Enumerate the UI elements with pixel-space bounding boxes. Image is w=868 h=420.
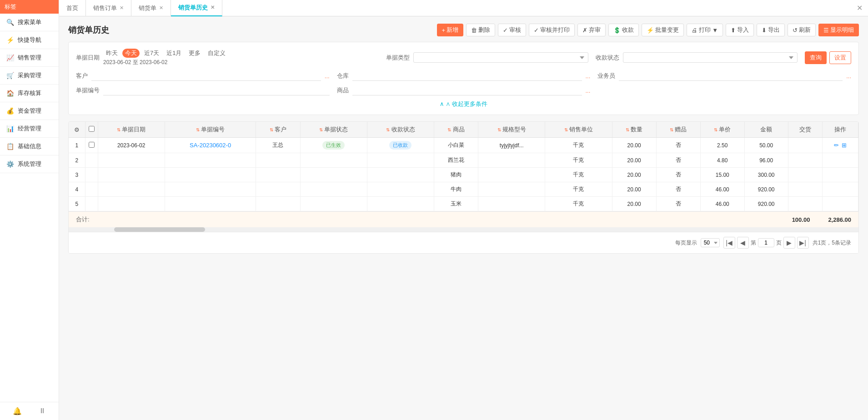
chip-1month[interactable]: 近1月 xyxy=(164,49,184,58)
collect-button[interactable]: 💲 收款 xyxy=(608,24,639,36)
col-unit: ⇅ 销售单位 xyxy=(545,122,612,138)
collect-status-sort-icon[interactable]: ⇅ xyxy=(386,127,390,132)
col-doc-no: ⇅ 单据编号 xyxy=(165,122,256,138)
customer-ellipsis[interactable]: ... xyxy=(325,73,330,80)
delete-button[interactable]: 🗑 删除 xyxy=(466,24,495,36)
unit-price-sort-icon[interactable]: ⇅ xyxy=(714,127,717,132)
row2-doc-date xyxy=(98,153,165,168)
goods-ellipsis[interactable]: ... xyxy=(586,87,591,94)
tab-sales-history[interactable]: 销货单历史 ✕ xyxy=(171,0,222,16)
tab-sales-order-close[interactable]: ✕ xyxy=(120,5,124,11)
tab-sales-goods-label: 销货单 xyxy=(139,4,156,12)
row1-doc-no[interactable]: SA-20230602-0 xyxy=(165,138,256,153)
row5-check[interactable] xyxy=(85,197,98,211)
doc-no-input[interactable] xyxy=(103,85,330,95)
sidebar-item-search-menu[interactable]: 🔍 搜索菜单 xyxy=(0,14,59,31)
row4-customer xyxy=(256,182,300,197)
unit-sort-icon[interactable]: ⇅ xyxy=(564,127,568,132)
abandon-button[interactable]: ✗ 弃审 xyxy=(577,24,606,36)
customer-input[interactable] xyxy=(91,71,321,81)
tab-home[interactable]: 首页 xyxy=(59,0,86,16)
row2-gift: 否 xyxy=(656,153,700,168)
row3-doc-no xyxy=(165,168,256,182)
goods-sort-icon[interactable]: ⇅ xyxy=(447,127,451,132)
row1-checkbox[interactable] xyxy=(89,142,95,148)
doc-date-sort-icon[interactable]: ⇅ xyxy=(117,127,120,132)
sidebar-item-purchase-mgmt[interactable]: 🛒 采购管理 xyxy=(0,67,59,85)
col-check[interactable] xyxy=(85,122,98,138)
row3-check[interactable] xyxy=(85,168,98,182)
row4-goods: 牛肉 xyxy=(434,182,478,197)
sidebar-item-finance[interactable]: 💰 资金管理 xyxy=(0,102,59,120)
main-area: 首页 销售订单 ✕ 销货单 ✕ 销货单历史 ✕ ✕ 销货单历史 + 新增 xyxy=(59,0,868,420)
sidebar-item-sys-admin[interactable]: ⚙️ 系统管理 xyxy=(0,155,59,173)
tab-sales-order[interactable]: 销售订单 ✕ xyxy=(86,0,131,16)
horizontal-scrollbar[interactable] xyxy=(69,227,858,232)
sidebar-item-inventory[interactable]: 🏠 库存核算 xyxy=(0,85,59,102)
show-detail-button[interactable]: ☰ 显示明细 xyxy=(818,24,859,36)
row1-check[interactable] xyxy=(85,138,98,153)
customer-sort-icon[interactable]: ⇅ xyxy=(270,127,273,132)
collect-status-select[interactable] xyxy=(623,52,798,63)
settings-button[interactable]: 设置 xyxy=(829,51,851,64)
tab-bar-close[interactable]: ✕ xyxy=(851,4,868,12)
row1-copy-icon[interactable]: ⊞ xyxy=(842,142,847,149)
collapse-btn[interactable]: ∧ ∧ 收起更多条件 xyxy=(76,100,851,108)
query-button[interactable]: 查询 xyxy=(805,51,827,64)
salesperson-ellipsis[interactable]: ... xyxy=(846,73,851,80)
refresh-button[interactable]: ↺ 刷新 xyxy=(788,24,816,36)
salesperson-input[interactable] xyxy=(619,71,843,81)
print-button[interactable]: 🖨 打印 ▼ xyxy=(687,24,723,36)
tab-sales-history-close[interactable]: ✕ xyxy=(211,5,215,10)
col-gear[interactable]: ⚙ xyxy=(69,122,85,138)
sidebar-item-quick-nav[interactable]: ⚡ 快捷导航 xyxy=(0,31,59,49)
page-header: 销货单历史 + 新增 🗑 删除 ✓ 审核 ✓ 审核并打印 xyxy=(68,24,859,36)
qty-sort-icon[interactable]: ⇅ xyxy=(626,127,629,132)
warehouse-ellipsis[interactable]: ... xyxy=(586,73,591,80)
doc-status-sort-icon[interactable]: ⇅ xyxy=(319,127,323,132)
next-page-btn[interactable]: ▶ xyxy=(783,237,795,249)
sidebar-item-sales-mgmt[interactable]: 📈 销售管理 xyxy=(0,49,59,67)
review-button[interactable]: ✓ 审核 xyxy=(498,24,526,36)
sidebar-item-operations[interactable]: 📊 经营管理 xyxy=(0,120,59,138)
import-button[interactable]: ⬆ 导入 xyxy=(726,24,754,36)
chip-yesterday[interactable]: 昨天 xyxy=(103,49,120,58)
row1-edit-icon[interactable]: ✏ xyxy=(834,142,839,149)
sidebar-item-basic-info[interactable]: 📋 基础信息 xyxy=(0,138,59,155)
batch-change-button[interactable]: ⚡ 批量变更 xyxy=(642,24,684,36)
chip-custom[interactable]: 自定义 xyxy=(205,49,228,58)
table-gear-icon[interactable]: ⚙ xyxy=(74,126,80,133)
select-all-checkbox[interactable] xyxy=(89,126,95,132)
row4-check[interactable] xyxy=(85,182,98,197)
gift-sort-icon[interactable]: ⇅ xyxy=(670,127,673,132)
tab-sales-goods[interactable]: 销货单 ✕ xyxy=(131,0,171,16)
sidebar-bottom-icon2[interactable]: ⏸ xyxy=(39,407,46,415)
chip-today[interactable]: 今天 xyxy=(122,49,140,58)
spec-sort-icon[interactable]: ⇅ xyxy=(497,127,501,132)
print-icon: 🖨 xyxy=(692,27,697,34)
tab-home-label: 首页 xyxy=(66,4,78,12)
sidebar-bottom-icon1[interactable]: 🔔 xyxy=(13,407,22,415)
first-page-btn[interactable]: |◀ xyxy=(723,237,735,249)
page-input[interactable] xyxy=(758,238,774,247)
row3-goods: 猪肉 xyxy=(434,168,478,182)
review-print-button[interactable]: ✓ 审核并打印 xyxy=(529,24,575,36)
doc-no-sort-icon[interactable]: ⇅ xyxy=(196,127,200,132)
row2-check[interactable] xyxy=(85,153,98,168)
new-button[interactable]: + 新增 xyxy=(437,24,464,36)
scrollbar-thumb[interactable] xyxy=(114,227,205,232)
prev-page-btn[interactable]: ◀ xyxy=(737,237,749,249)
row3-doc-status xyxy=(300,168,367,182)
warehouse-input[interactable] xyxy=(352,71,582,81)
doc-type-select[interactable] xyxy=(413,52,588,63)
row5-collect-status xyxy=(367,197,434,211)
per-page-select[interactable]: 50 xyxy=(701,238,720,247)
row1-unit-price: 2.50 xyxy=(700,138,744,153)
chip-more[interactable]: 更多 xyxy=(186,49,203,58)
export-button[interactable]: ⬇ 导出 xyxy=(757,24,785,36)
goods-input[interactable] xyxy=(352,85,582,95)
chip-7days[interactable]: 近7天 xyxy=(141,49,162,58)
tab-sales-goods-close[interactable]: ✕ xyxy=(159,5,163,11)
last-page-btn[interactable]: ▶| xyxy=(797,237,809,249)
row1-customer: 王总 xyxy=(256,138,300,153)
